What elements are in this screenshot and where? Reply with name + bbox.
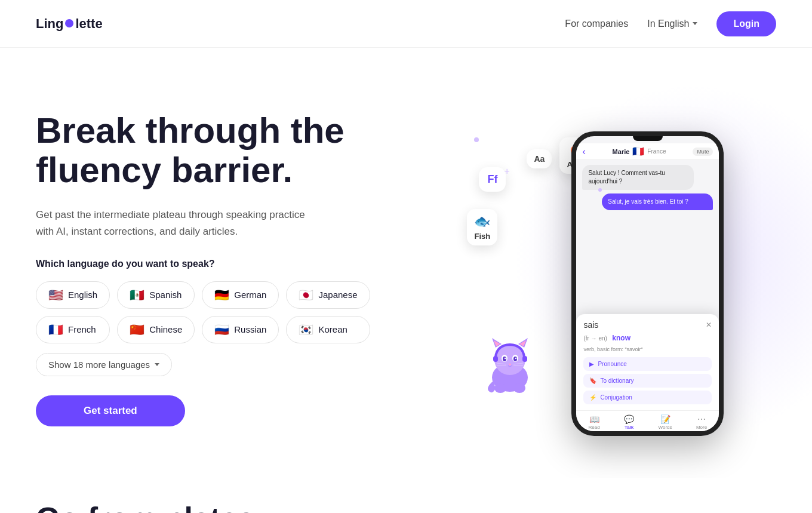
section-title-part1: Go from plateauto	[36, 501, 274, 513]
phone-mute-button[interactable]: Mute	[693, 148, 713, 156]
navbar: Linglette For companies In English Login	[0, 0, 812, 48]
popup-dictionary-button[interactable]: 🔖 To dictionary	[583, 374, 712, 388]
language-label-english: English	[68, 290, 97, 300]
popup-close-icon[interactable]: ✕	[706, 321, 712, 329]
language-grid: 🇺🇸 English 🇲🇽 Spanish 🇩🇪 German 🇯🇵 Japan…	[36, 281, 370, 343]
popup-meta: (fr → en)	[583, 335, 607, 342]
language-label-russian: Russian	[234, 324, 266, 334]
flag-chinese: 🇨🇳	[130, 322, 144, 337]
phone-tab-read[interactable]: 📖 Read	[589, 414, 600, 430]
svg-point-8	[503, 357, 506, 361]
logo[interactable]: Linglette	[36, 16, 103, 32]
language-button-chinese[interactable]: 🇨🇳 Chinese	[117, 316, 195, 343]
svg-point-12	[509, 364, 511, 365]
svg-point-11	[515, 358, 516, 359]
popup-conjugation-button[interactable]: ⚡ Conjugation	[583, 391, 712, 404]
language-button-spanish[interactable]: 🇲🇽 Spanish	[117, 281, 195, 309]
language-button-german[interactable]: 🇩🇪 German	[202, 281, 279, 309]
flag-korean: 🇰🇷	[299, 322, 313, 337]
flag-english: 🇺🇸	[48, 288, 63, 302]
read-icon: 📖	[589, 414, 599, 424]
show-more-languages-button[interactable]: Show 18 more languages	[36, 353, 172, 376]
phone-bottom-bar: 📖 Read 💬 Talk 📝 Words ⋯	[576, 410, 719, 431]
nav-language-selector[interactable]: In English	[647, 19, 697, 29]
flag-french: 🇫🇷	[48, 322, 63, 337]
phone-tab-more[interactable]: ⋯ More	[696, 414, 707, 430]
language-button-russian[interactable]: 🇷🇺 Russian	[202, 316, 279, 343]
vocab-ff-label: Ff	[487, 173, 497, 186]
nav-language-chevron-icon	[693, 22, 697, 25]
talk-icon: 💬	[624, 414, 634, 424]
cat-mascot-svg	[485, 334, 536, 394]
nav-right: For companies In English Login	[565, 11, 776, 36]
pronounce-icon: ▶	[589, 361, 594, 367]
more-icon: ⋯	[697, 414, 706, 424]
words-icon: 📝	[660, 414, 670, 424]
hero-title-line1: Break through the	[36, 110, 345, 150]
phone-header-user: Marie 🇫🇷 France	[613, 146, 666, 157]
language-button-korean[interactable]: 🇰🇷 Korean	[286, 316, 370, 343]
phone-chat-header: ‹ Marie 🇫🇷 France Mute	[576, 143, 719, 160]
svg-rect-17	[493, 356, 498, 362]
words-label: Words	[659, 425, 672, 430]
chat-bubble-received: Salut Lucy ! Comment vas-tu aujourd'hui …	[582, 165, 693, 190]
logo-o-circle	[65, 19, 73, 27]
dictionary-label: To dictionary	[600, 377, 633, 384]
show-more-chevron-icon	[155, 363, 159, 366]
svg-point-19	[494, 383, 506, 393]
phone-user-flag: 🇫🇷	[632, 146, 644, 157]
language-label-spanish: Spanish	[149, 290, 182, 300]
phone-tab-talk[interactable]: 💬 Talk	[624, 414, 634, 430]
hero-title-line2: fluency barrier.	[36, 150, 293, 190]
svg-point-20	[513, 383, 525, 393]
section-preview-title: Go from plateauto fluent	[36, 502, 454, 513]
popup-translation-row: (fr → en) know	[583, 332, 712, 343]
hero-subtitle: Get past the intermediate plateau throug…	[36, 207, 322, 239]
word-definition-popup: sais ✕ (fr → en) know verb, basic form: …	[576, 314, 719, 410]
read-label: Read	[589, 425, 600, 430]
language-button-japanese[interactable]: 🇯🇵 Japanese	[286, 281, 370, 309]
language-button-english[interactable]: 🇺🇸 English	[36, 281, 110, 309]
language-label-german: German	[234, 290, 266, 300]
login-button[interactable]: Login	[716, 11, 776, 36]
popup-header: sais ✕	[583, 320, 712, 330]
phone-chat-area: Salut Lucy ! Comment vas-tu aujourd'hui …	[576, 160, 719, 410]
conjugation-icon: ⚡	[589, 394, 596, 401]
language-label-japanese: Japanese	[318, 290, 357, 300]
popup-actions: ▶ Pronounce 🔖 To dictionary ⚡ Conjugatio…	[583, 357, 712, 404]
phone-user-name: Marie	[613, 148, 630, 155]
dictionary-icon: 🔖	[589, 377, 596, 384]
nav-language-label: In English	[647, 19, 689, 29]
nav-for-companies[interactable]: For companies	[565, 19, 628, 29]
hero-left-content: Break through the fluency barrier. Get p…	[36, 111, 421, 426]
hero-language-question: Which language do you want to speak?	[36, 259, 421, 269]
phone-country-label: France	[647, 148, 666, 155]
language-button-french[interactable]: 🇫🇷 French	[36, 316, 110, 343]
flag-spanish: 🇲🇽	[130, 288, 144, 302]
conjugation-label: Conjugation	[600, 394, 632, 401]
svg-point-9	[513, 357, 517, 361]
phone-mockup-container: 🐟 Fish Ff Aa 🍎 Apple Li 🐱 Letty	[467, 102, 730, 436]
phone-header-back: ‹	[582, 146, 585, 157]
vocab-fish-label: Fish	[475, 232, 491, 241]
vocab-card-ff: Ff	[479, 167, 506, 192]
language-label-korean: Korean	[318, 324, 347, 334]
logo-text-part1: Ling	[36, 16, 63, 32]
vocab-card-aa: Aa	[527, 149, 552, 168]
popup-word: sais	[583, 320, 598, 330]
popup-translation: know	[612, 334, 630, 342]
vocab-fish-emoji: 🐟	[474, 214, 490, 229]
logo-text-part2: lette	[75, 16, 102, 32]
hero-right-illustration: 🐟 Fish Ff Aa 🍎 Apple Li 🐱 Letty	[421, 102, 776, 436]
show-more-label: Show 18 more languages	[48, 360, 150, 370]
get-started-button[interactable]: Get started	[36, 395, 185, 426]
vocab-card-fish: 🐟 Fish	[467, 209, 497, 245]
section-preview: Go from plateauto fluent	[0, 478, 812, 513]
popup-pronounce-button[interactable]: ▶ Pronounce	[583, 357, 712, 371]
phone-screen: ‹ Marie 🇫🇷 France Mute Salut Lucy ! Comm…	[576, 136, 719, 431]
svg-rect-18	[522, 356, 527, 362]
flag-german: 🇩🇪	[214, 288, 229, 302]
phone-tab-words[interactable]: 📝 Words	[659, 414, 672, 430]
talk-label: Talk	[625, 425, 633, 430]
flag-japanese: 🇯🇵	[299, 288, 313, 302]
